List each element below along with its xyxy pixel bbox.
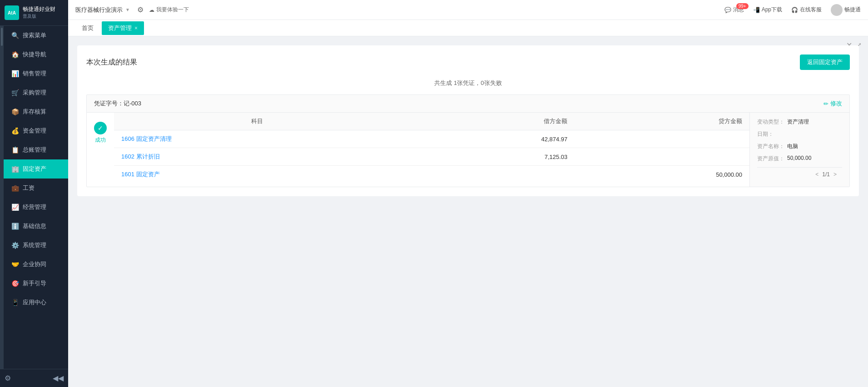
result-page: 本次生成的结果 返回固定资产 共生成 1张凭证，0张失败 凭证字号：记-003 …: [77, 45, 859, 196]
sidebar-item-sales[interactable]: 📊 销售管理: [4, 64, 68, 83]
side-info-panel: 变动类型： 资产清理 日期： 资产名称： 电脑 资产原值：: [749, 113, 849, 187]
table-row: 1602 累计折旧 7,125.03: [114, 148, 749, 166]
side-info-asset-name: 资产名称： 电脑: [757, 143, 842, 150]
app-download-button[interactable]: 📲 App下载: [753, 6, 782, 14]
sidebar-item-payroll[interactable]: 💼 工资: [4, 179, 68, 198]
col-header-debit: 借方金额: [400, 113, 575, 130]
voucher-block: 凭证字号：记-003 ✏ 修改 ✓ 成功: [86, 94, 850, 187]
message-icon: 💬: [724, 7, 731, 13]
sidebar-item-enterprise[interactable]: 🤝 企业协同: [4, 255, 68, 274]
voucher-content: ✓ 成功 科目 借方金额 贷方金额: [87, 113, 849, 187]
company-arrow-icon: ▼: [125, 7, 130, 12]
side-pagination: < 1/1 >: [757, 167, 842, 181]
sidebar-scrollbar[interactable]: [0, 26, 4, 369]
sidebar-logo: AtA 畅捷通好业财 普及版: [0, 0, 68, 26]
sidebar-item-fixed-assets[interactable]: 🏢 固定资产: [4, 159, 68, 179]
box-icon: 📦: [11, 108, 19, 116]
guide-icon: 🎯: [11, 279, 19, 288]
prev-page-button[interactable]: <: [815, 171, 818, 178]
company-name: 医疗器械行业演示: [75, 6, 123, 14]
user-profile[interactable]: 畅捷通: [831, 4, 861, 16]
side-info-date: 日期：: [757, 130, 842, 138]
search-icon: 🔍: [11, 31, 19, 40]
pagination-info: 1/1: [822, 171, 830, 178]
voucher-number: 凭证字号：记-003: [94, 99, 141, 108]
edit-icon: ✏: [823, 100, 828, 107]
app-logo-text: 畅捷通好业财 普及版: [23, 6, 55, 20]
download-icon: 📲: [753, 7, 760, 13]
cart-icon: 🛒: [11, 89, 19, 97]
home-icon: 🏠: [11, 50, 19, 59]
operations-icon: 📈: [11, 203, 19, 211]
user-avatar: [831, 4, 843, 16]
experience-button[interactable]: ☁ 我要体验一下: [149, 6, 189, 14]
edit-voucher-button[interactable]: ✏ 修改: [823, 99, 842, 108]
next-page-button[interactable]: >: [833, 171, 837, 178]
online-service-button[interactable]: 🎧 在线客服: [791, 6, 822, 14]
side-info-change-type: 变动类型： 资产清理: [757, 118, 842, 126]
sidebar-item-inventory[interactable]: 📦 库存核算: [4, 102, 68, 121]
cloud-icon: ☁: [149, 7, 154, 13]
sidebar-item-operations[interactable]: 📈 经营管理: [4, 198, 68, 217]
debit-cell-3: [400, 166, 575, 184]
enterprise-icon: 🤝: [11, 260, 19, 268]
sidebar-item-search[interactable]: 🔍 搜索菜单: [4, 26, 68, 45]
topbar: 医疗器械行业演示 ▼ ⚙ ☁ 我要体验一下 💬 消息 99+ 📲 App下载 🎧…: [68, 0, 868, 20]
tab-close-icon[interactable]: ×: [134, 25, 138, 31]
payroll-icon: 💼: [11, 184, 19, 192]
sidebar-item-quick-nav[interactable]: 🏠 快捷导航: [4, 45, 68, 64]
voucher-header: 凭证字号：记-003 ✏ 修改: [87, 95, 849, 113]
content-area: ✕ ⤢ 本次生成的结果 返回固定资产 共生成 1张凭证，0张失败 凭证字号：记-…: [68, 36, 868, 387]
money-icon: 💰: [11, 127, 19, 135]
return-button[interactable]: 返回固定资产: [800, 55, 850, 70]
side-info-asset-value: 资产原值： 50,000.00: [757, 155, 842, 163]
result-summary: 共生成 1张凭证，0张失败: [86, 79, 850, 87]
voucher-status-col: ✓ 成功: [87, 113, 114, 153]
debit-cell-2: 7,125.03: [400, 148, 575, 166]
result-header: 本次生成的结果 返回固定资产: [86, 55, 850, 70]
building-icon: 🏢: [11, 165, 19, 173]
subject-cell-3: 1601 固定资产: [114, 166, 400, 184]
sidebar-item-app-center[interactable]: 📱 应用中心: [4, 293, 68, 312]
service-icon: 🎧: [791, 7, 798, 13]
debit-cell-1: 42,874.97: [400, 130, 575, 148]
settings-bottom-icon[interactable]: ⚙: [5, 374, 11, 382]
sidebar-item-system[interactable]: ⚙️ 系统管理: [4, 236, 68, 255]
ledger-icon: 📋: [11, 146, 19, 154]
status-label: 成功: [95, 136, 106, 144]
col-header-subject: 科目: [114, 113, 400, 130]
sidebar-item-purchase[interactable]: 🛒 采购管理: [4, 83, 68, 102]
voucher-table: 科目 借方金额 贷方金额 1606 固定资产清理: [114, 113, 749, 183]
sidebar-bottom: ⚙ ◀◀: [0, 369, 68, 387]
system-icon: ⚙️: [11, 241, 19, 249]
company-selector[interactable]: 医疗器械行业演示 ▼: [75, 6, 130, 14]
success-icon: ✓: [94, 122, 107, 134]
topbar-settings-icon[interactable]: ⚙: [137, 5, 144, 14]
sidebar-item-ledger[interactable]: 📋 总账管理: [4, 140, 68, 159]
sidebar-item-funds[interactable]: 💰 资金管理: [4, 121, 68, 140]
tab-home[interactable]: 首页: [75, 21, 100, 35]
tab-bar: 首页 资产管理 ×: [68, 20, 868, 36]
credit-cell-1: [575, 130, 749, 148]
info-icon: ℹ️: [11, 222, 19, 230]
voucher-main: ✓ 成功 科目 借方金额 贷方金额: [87, 113, 749, 187]
message-button[interactable]: 💬 消息 99+: [724, 6, 744, 14]
table-row: 1606 固定资产清理 42,874.97: [114, 130, 749, 148]
collapse-icon[interactable]: ◀◀: [53, 374, 64, 382]
credit-cell-2: [575, 148, 749, 166]
sidebar-nav: 🔍 搜索菜单 🏠 快捷导航 📊 销售管理 🛒 采购管理 📦 库存核算 💰: [4, 26, 68, 369]
page-title: 本次生成的结果: [86, 58, 137, 67]
message-badge: 99+: [736, 3, 749, 9]
subject-link-3[interactable]: 1601 固定资产: [121, 171, 160, 178]
table-row: 1601 固定资产 50,000.00: [114, 166, 749, 184]
col-header-credit: 贷方金额: [575, 113, 749, 130]
sidebar-item-guide[interactable]: 🎯 新手引导: [4, 274, 68, 293]
credit-cell-3: 50,000.00: [575, 166, 749, 184]
subject-cell-1: 1606 固定资产清理: [114, 130, 400, 148]
topbar-right: 💬 消息 99+ 📲 App下载 🎧 在线客服 畅捷通: [724, 4, 861, 16]
subject-link-2[interactable]: 1602 累计折旧: [121, 153, 160, 160]
tab-asset-mgmt[interactable]: 资产管理 ×: [102, 21, 144, 35]
sidebar-item-basic-info[interactable]: ℹ️ 基础信息: [4, 217, 68, 236]
subject-link-1[interactable]: 1606 固定资产清理: [121, 135, 172, 142]
main-area: 医疗器械行业演示 ▼ ⚙ ☁ 我要体验一下 💬 消息 99+ 📲 App下载 🎧…: [68, 0, 868, 387]
